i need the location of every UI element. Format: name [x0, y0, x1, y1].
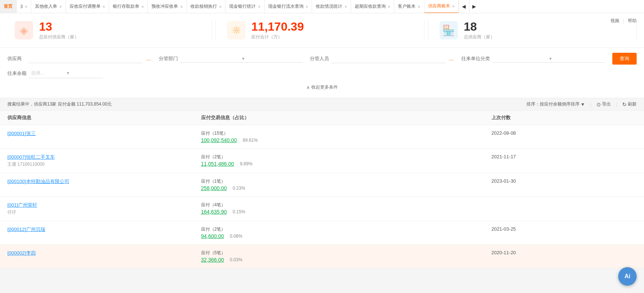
person-input[interactable]	[331, 54, 445, 63]
supplier-more-btn[interactable]: ...	[146, 55, 151, 62]
trans-label-row1: 应付（15笔）	[201, 130, 491, 137]
nav-tab-home[interactable]: 首页	[0, 0, 17, 13]
collapse-button[interactable]: ∧ 收起更多条件	[7, 82, 637, 93]
stat-divider-1	[216, 19, 216, 41]
supplier-cell-row3: [000100]本特勤油品有限公司	[7, 178, 201, 185]
trans-amount-row-row4: 164,635.90 0.15%	[201, 209, 491, 215]
balance-label: 往来余额	[7, 70, 27, 77]
stat-block-payable-total: 11,170.39 应付合计（万）	[220, 21, 424, 40]
nav-tab-prepay-ar[interactable]: 预收冲应收单 ×	[148, 0, 186, 13]
nav-tab-overdue-ar[interactable]: 超期应收款查询 ×	[351, 0, 394, 13]
filter-balance: 往来余额 选择... ▼	[7, 68, 103, 78]
sort-arrow-icon: ▼	[581, 102, 585, 107]
trans-label-row6: 应付（5笔）	[201, 250, 491, 256]
col-header-last-payment: 上次付数	[491, 114, 637, 121]
trans-percent-row1: 89.61%	[243, 138, 258, 143]
payable-suppliers-icon	[15, 21, 33, 39]
close-tab-supplier-ledger[interactable]: ×	[452, 4, 455, 8]
transaction-cell-row1: 应付（15笔） 100,092,540.00 89.61%	[201, 130, 491, 143]
person-more-btn[interactable]: ...	[449, 55, 454, 62]
col-header-supplier: 供应商信息	[7, 114, 201, 121]
total-suppliers-label: 总供应商（家）	[464, 34, 495, 40]
stat-block-total-suppliers: 18 总供应商（家）	[432, 21, 637, 40]
export-button[interactable]: ⊙ 导出	[596, 101, 611, 107]
nav-tab-supplier-ledger[interactable]: 供应商账本 ×	[424, 0, 459, 13]
nav-tab-receipt-verify[interactable]: 收款核销执行 ×	[187, 0, 225, 13]
refresh-icon: ↻	[622, 101, 627, 107]
filter-section: 供应商 ... 分管部门 ▼ 分管人员 ... 往来单位分类 ▼ 查询 往来	[0, 48, 644, 98]
supplier-input[interactable]	[28, 54, 143, 63]
nav-tab-receipt-stat[interactable]: 收款情况统计 ×	[312, 0, 351, 13]
close-tab-receipt-verify[interactable]: ×	[219, 4, 221, 9]
nav-tab-3[interactable]: 3 ×	[17, 0, 31, 13]
collapse-icon: ∧	[307, 85, 310, 90]
supplier-link-row1[interactable]: [000001]张三	[7, 130, 201, 137]
search-button[interactable]: 查询	[612, 53, 637, 65]
supplier-link-row3[interactable]: [000100]本特勤油品有限公司	[7, 178, 201, 185]
help-link[interactable]: 帮助	[628, 18, 637, 24]
unit-type-select[interactable]: ▼	[492, 55, 605, 63]
filter-supplier: 供应商 ...	[7, 54, 151, 63]
trans-amount-row1[interactable]: 100,092,540.00	[201, 137, 237, 143]
close-tab-bank-deposit[interactable]: ×	[141, 4, 144, 9]
header-actions: 视频 | 帮助	[610, 18, 637, 24]
close-tab-3[interactable]: ×	[25, 4, 27, 9]
trans-amount-row3[interactable]: 258,000.00	[201, 185, 227, 191]
payable-total-label: 应付合计（万）	[251, 34, 304, 40]
trans-percent-row4: 0.15%	[233, 209, 245, 214]
total-suppliers-icon	[440, 21, 458, 39]
close-tab-customer-ledger[interactable]: ×	[418, 4, 420, 9]
trans-amount-row-row6: 32,366.00 0.03%	[201, 257, 491, 263]
supplier-link-row5[interactable]: [000012]广州贝瑞	[7, 226, 201, 233]
table-row[interactable]: [000002]李四 应付（5笔） 32,366.00 0.03% 2020-1…	[0, 245, 644, 268]
nav-tab-cash-stat[interactable]: 现金银行统计 ×	[225, 0, 264, 13]
trans-amount-row4[interactable]: 164,635.90	[201, 209, 227, 215]
table-row[interactable]: [001]广州荣轩 仔仔 应付（4笔） 164,635.90 0.15%	[0, 197, 644, 221]
close-tab-cash-flow[interactable]: ×	[306, 4, 308, 9]
refresh-button[interactable]: ↻ 刷新	[622, 101, 637, 107]
top-navigation: 首页 3 × 其他收入单 × 应收应付调整单 × 银行存取款单 × 预收冲应收单…	[0, 0, 644, 13]
stat-divider-2	[428, 19, 428, 41]
nav-tab-ar-ap-adjust[interactable]: 应收应付调整单 ×	[66, 0, 109, 13]
nav-arrow-right[interactable]: ▶	[469, 0, 479, 13]
supplier-contact-row4: 仔仔	[7, 209, 201, 216]
balance-select[interactable]: 选择... ▼	[29, 68, 103, 78]
nav-tab-customer-ledger[interactable]: 客户账本 ×	[394, 0, 424, 13]
table-row[interactable]: [000007]恒旺二手叉车 王通 17106110000 应付（2笔） 11,…	[0, 149, 644, 173]
payable-total-number: 11,170.39	[251, 21, 304, 32]
transaction-cell-row3: 应付（1笔） 258,000.00 0.23%	[201, 178, 491, 191]
nav-tab-other-income[interactable]: 其他收入单 ×	[31, 0, 66, 13]
close-tab-other-income[interactable]: ×	[59, 4, 62, 9]
trans-amount-row-row1: 100,092,540.00 89.61%	[201, 137, 491, 143]
trans-amount-row6[interactable]: 32,366.00	[201, 257, 224, 263]
filter-row-1: 供应商 ... 分管部门 ▼ 分管人员 ... 往来单位分类 ▼ 查询	[7, 53, 637, 65]
close-tab-ar-ap-adjust[interactable]: ×	[103, 4, 105, 9]
trans-percent-row5: 0.08%	[230, 234, 242, 239]
dept-select[interactable]: ▼	[180, 55, 303, 63]
supplier-cell-row2: [000007]恒旺二手叉车 王通 17106110000	[7, 154, 201, 168]
video-link[interactable]: 视频	[610, 18, 619, 24]
supplier-label: 供应商	[7, 55, 26, 62]
nav-arrow-left[interactable]: ◀	[459, 0, 469, 13]
sort-button[interactable]: 排序：按应付余额倒序排序 ▼	[526, 101, 585, 107]
table-row[interactable]: [000100]本特勤油品有限公司 应付（1笔） 258,000.00 0.23…	[0, 173, 644, 197]
close-tab-cash-stat[interactable]: ×	[258, 4, 260, 9]
nav-tab-bank-deposit[interactable]: 银行存取款单 ×	[109, 0, 148, 13]
trans-amount-row2[interactable]: 11,051,486.00	[201, 161, 234, 167]
supplier-link-row2[interactable]: [000007]恒旺二手叉车	[7, 154, 201, 161]
close-tab-prepay-ar[interactable]: ×	[180, 4, 182, 9]
close-tab-overdue-ar[interactable]: ×	[388, 4, 390, 9]
table-row[interactable]: [000012]广州贝瑞 应付（2笔） 94,600.00 0.08% 2021…	[0, 221, 644, 245]
table-row[interactable]: [000001]张三 应付（15笔） 100,092,540.00 89.61%…	[0, 125, 644, 149]
balance-select-arrow: ▼	[66, 71, 101, 75]
supplier-link-row6[interactable]: [000002]李四	[7, 250, 201, 256]
filter-dept: 分管部门 ▼	[159, 55, 303, 63]
last-payment-cell-row5: 2021-03-25	[491, 226, 637, 232]
unit-type-label: 往来单位分类	[461, 55, 490, 62]
trans-amount-row5[interactable]: 94,600.00	[201, 233, 224, 239]
nav-tab-cash-flow[interactable]: 现金银行流水查询 ×	[265, 0, 312, 13]
trans-label-row3: 应付（1笔）	[201, 178, 491, 185]
close-tab-receipt-stat[interactable]: ×	[344, 4, 347, 9]
supplier-link-row4[interactable]: [001]广州荣轩	[7, 202, 201, 208]
transaction-cell-row4: 应付（4笔） 164,635.90 0.15%	[201, 202, 491, 215]
